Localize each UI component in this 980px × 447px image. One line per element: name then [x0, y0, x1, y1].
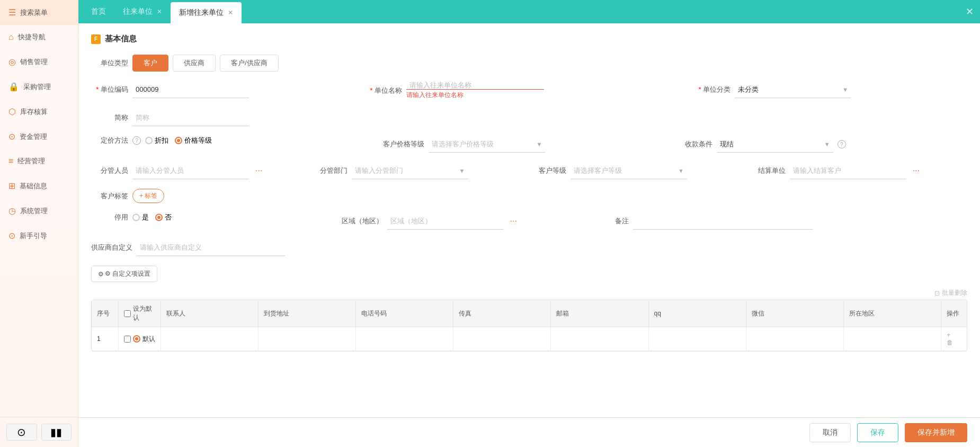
payment-terms-group: 收款条件 现结 ▼ ?	[675, 136, 967, 153]
cancel-button[interactable]: 取消	[809, 423, 851, 442]
region-group: 区域（地区） ···	[342, 213, 592, 230]
pricing-row: 定价方法 ? 折扣 价格等级 客户价格等级 请选择客户价格等级	[91, 136, 967, 153]
unit-category-label: 单位分类	[693, 85, 730, 94]
cell-contact[interactable]	[161, 327, 258, 351]
sidebar-expand-btn[interactable]: ⊙	[6, 424, 37, 441]
cell-email[interactable]	[551, 327, 648, 351]
col-contact: 联系人	[161, 300, 258, 327]
col-wechat: 微信	[746, 300, 843, 327]
unit-type-supplier-btn[interactable]: 供应商	[173, 55, 216, 72]
save-new-button[interactable]: 保存并新增	[905, 423, 967, 442]
settings-icon: ⚙	[98, 270, 104, 278]
remark-label: 备注	[592, 216, 629, 226]
unit-category-select[interactable]: 未分类 ▼	[735, 81, 851, 98]
wechat-input[interactable]	[752, 335, 838, 343]
department-label: 分管部门	[310, 166, 348, 176]
customer-price-level-label: 客户价格等级	[383, 139, 424, 149]
table-region-input[interactable]	[849, 335, 936, 343]
customer-level-select[interactable]: 请选择客户等级 ▼	[571, 162, 687, 179]
sidebar-item-purchase[interactable]: 🔒 采购管理	[0, 74, 78, 99]
pricing-discount-radio[interactable]: 折扣	[145, 136, 168, 145]
disabled-yes-radio[interactable]: 是	[132, 213, 149, 222]
cell-wechat[interactable]	[746, 327, 843, 351]
email-input[interactable]	[556, 335, 643, 343]
cell-fax[interactable]	[453, 327, 551, 351]
tab-home[interactable]: 首页	[83, 0, 114, 23]
supplier-custom-row: 供应商自定义	[91, 239, 967, 256]
save-button[interactable]: 保存	[857, 423, 898, 442]
sidebar-item-beginner[interactable]: ⊙ 新手引导	[0, 223, 78, 248]
sidebar-item-quick-nav[interactable]: ⌂ 快捷导航	[0, 25, 78, 49]
cell-qq[interactable]	[648, 327, 746, 351]
contact-table: 序号 设为默认 联系人 到货地址 电话号码 传真 邮箱 qq	[91, 300, 967, 352]
remark-group: 备注	[592, 213, 967, 230]
cell-action: + 🗑	[941, 327, 967, 351]
pricing-help-icon[interactable]: ?	[132, 136, 141, 145]
remark-input[interactable]	[633, 213, 813, 230]
sidebar-item-sales[interactable]: ◎ 销售管理	[0, 49, 78, 74]
delete-row-btn[interactable]: 🗑	[947, 339, 953, 346]
unit-type-group: 单位类型 客户 供应商 客户/供应商	[91, 55, 967, 72]
batch-delete-area: ⊡ 批量删除	[91, 288, 967, 297]
phone-input[interactable]	[361, 335, 448, 343]
supplier-custom-input[interactable]	[137, 239, 285, 256]
region-more-btn[interactable]: ···	[508, 216, 519, 226]
pricing-level-radio[interactable]: 价格等级	[175, 136, 212, 145]
payment-terms-chevron: ▼	[824, 141, 830, 147]
payment-terms-help-icon[interactable]: ?	[838, 140, 846, 148]
system-icon: ◷	[8, 206, 16, 216]
department-select[interactable]: 请输入分管部门 ▼	[352, 162, 468, 179]
fax-input[interactable]	[459, 335, 545, 343]
row-checkbox[interactable]	[124, 336, 131, 343]
short-name-input[interactable]	[132, 109, 249, 126]
finance-icon: ⊙	[8, 132, 15, 142]
manager-input[interactable]	[132, 162, 249, 179]
content-area: F 基本信息 单位类型 客户 供应商 客户/供应商 单位编码 单	[78, 23, 980, 417]
address-input[interactable]	[264, 335, 350, 343]
sidebar-item-inventory[interactable]: ⬡ 库存核算	[0, 99, 78, 124]
sales-icon: ◎	[8, 57, 16, 67]
custom-settings-btn[interactable]: ⚙ ⚙ 自定义项设置	[91, 266, 157, 282]
unit-code-input[interactable]	[132, 81, 249, 98]
qq-input[interactable]	[654, 335, 741, 343]
window-close-btn[interactable]: ✕	[966, 6, 974, 17]
cell-region[interactable]	[843, 327, 941, 351]
select-all-checkbox[interactable]	[124, 310, 131, 317]
unit-name-input[interactable]	[406, 81, 544, 90]
unit-type-both-btn[interactable]: 客户/供应商	[220, 55, 279, 72]
cell-default: 默认	[118, 327, 161, 351]
default-radio-item[interactable]: 默认	[133, 335, 155, 344]
pricing-radio-group: 折扣 价格等级	[145, 136, 212, 145]
customer-price-level-select[interactable]: 请选择客户价格等级 ▼	[429, 136, 545, 153]
tab-partners[interactable]: 往来单位 ✕	[114, 0, 171, 23]
settlement-more-btn[interactable]: ···	[911, 166, 922, 176]
region-input[interactable]	[387, 213, 504, 230]
settlement-unit-input[interactable]	[790, 162, 906, 179]
customer-level-chevron: ▼	[678, 168, 684, 174]
cell-address[interactable]	[258, 327, 355, 351]
sidebar-item-operation[interactable]: ≡ 经营管理	[0, 149, 78, 173]
sidebar-item-basic[interactable]: ⊞ 基础信息	[0, 173, 78, 198]
cell-phone[interactable]	[355, 327, 453, 351]
disabled-no-circle	[155, 214, 163, 221]
manager-more-btn[interactable]: ···	[253, 166, 264, 176]
sidebar-item-finance[interactable]: ⊙ 资金管理	[0, 124, 78, 149]
tab-new-partner[interactable]: 新增往来单位 ✕	[171, 2, 242, 23]
payment-terms-select[interactable]: 现结 ▼	[717, 136, 833, 153]
disabled-radio-group: 是 否	[132, 213, 172, 222]
batch-delete-label[interactable]: 批量删除	[942, 288, 967, 297]
add-tag-btn[interactable]: + 标签	[132, 189, 164, 203]
disabled-no-radio[interactable]: 否	[155, 213, 172, 222]
tab-new-partner-close[interactable]: ✕	[228, 9, 233, 16]
contact-input[interactable]	[166, 335, 253, 343]
unit-code-group: 单位编码	[91, 81, 365, 98]
customer-price-level-chevron: ▼	[536, 141, 542, 147]
customer-tag-group: 客户标签 + 标签	[91, 189, 967, 203]
sidebar-item-search[interactable]: ☰ 搜索菜单	[0, 0, 78, 25]
tab-partners-close[interactable]: ✕	[157, 8, 162, 15]
sidebar-item-system[interactable]: ◷ 系统管理	[0, 198, 78, 223]
add-row-btn[interactable]: +	[947, 331, 950, 339]
pricing-method-group: 定价方法 ? 折扣 价格等级	[91, 136, 383, 145]
unit-type-customer-btn[interactable]: 客户	[132, 55, 168, 72]
sidebar-collapse-btn[interactable]: ▮▮	[41, 424, 72, 441]
